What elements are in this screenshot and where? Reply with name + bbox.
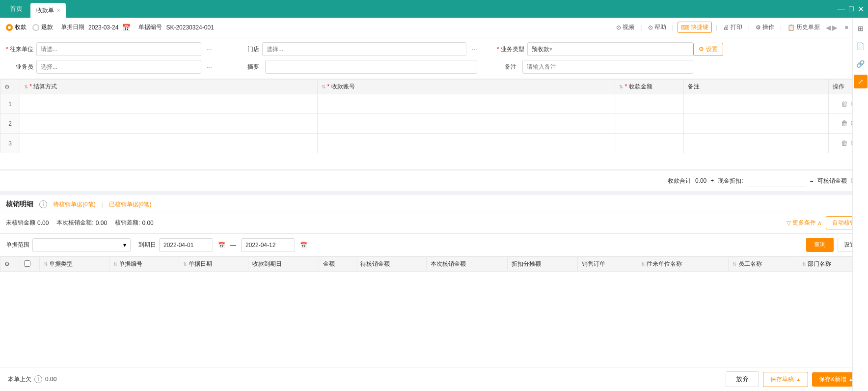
remark-cell-3[interactable] [684,134,829,153]
tab-divider: | [102,201,103,208]
row-num-1: 1 [0,94,20,114]
discard-button[interactable]: 放弃 [726,371,759,387]
refund-option[interactable]: 退款 [32,23,53,31]
settlement-cell-1[interactable] [20,94,318,114]
done-tab[interactable]: 已核销单据(0笔) [109,200,152,209]
sort-icon-account[interactable]: ⇅ [322,84,326,89]
form-row-1: 往来单位 ··· 门店 ··· 业务类型 预收款 ▾ ⚙ 设置 [6,42,862,56]
info-icon-footer[interactable]: i [34,375,42,383]
footer-left: 本单上欠 i 0.00 [8,375,56,384]
history-btn[interactable]: 📋 历史单据 [786,22,822,32]
more-conditions-btn[interactable]: ▽ 更多条件 ∧ [787,219,822,227]
sort-icon-settlement[interactable]: ⇅ [24,84,28,89]
receipt-type-group: 收款 退款 [6,23,53,31]
counterpart-more-icon[interactable]: ··· [206,45,212,53]
writeoff-header: 核销明细 i 待核销单据(0笔) | 已核销单据(0笔) [0,195,868,212]
due-date-field: 到期日 📅 — 📅 [138,238,307,252]
remark-input[interactable] [522,60,693,74]
carry-over-label: 本单上欠 [8,375,31,384]
sort-type-icon[interactable]: ⇅ [44,261,48,267]
amount-cell-1[interactable] [615,94,684,114]
shortcut-btn[interactable]: ⌨ 快捷键 [678,22,712,33]
sales-order-col-header: 销售订单 [578,257,637,272]
table-row: 2 🗑 ⧉ [0,114,868,134]
tab-active[interactable]: 收款单 × [30,3,66,18]
counterpart-label: 往来单位 [6,45,33,54]
operation-btn[interactable]: ⚙ 操作 [754,22,776,32]
amount-cell-2[interactable] [615,114,684,134]
list-view-icon[interactable]: ≡ [841,23,851,32]
diff-label: 核销差额: [115,219,140,227]
table-row: 1 🗑 ⧉ [0,94,868,114]
settlement-cell-3[interactable] [20,134,318,153]
sort-number-icon[interactable]: ⇅ [113,261,117,267]
history-icon: 📋 [787,24,795,31]
save-draft-button[interactable]: 保存草稿 ▲ [763,372,808,387]
sort-counterpart-icon[interactable]: ⇅ [641,261,645,267]
sort-icon-amount[interactable]: ⇅ [619,84,623,89]
current-label: 本次核销金额: [56,219,93,227]
counterpart-input[interactable] [36,42,201,56]
summary-label: 摘要 [232,63,259,71]
maximize-button[interactable]: □ [849,4,854,13]
delete-icon-1[interactable]: 🗑 [841,100,848,108]
business-type-select[interactable]: 预收款 ▾ [527,42,693,56]
table-footer: 收款合计 0.00 + 现金折扣: = 可核销金额 0.00 [0,170,868,191]
refund-label: 退款 [41,23,53,31]
info-icon[interactable]: i [39,200,47,208]
range-select[interactable]: ▾ [32,238,131,252]
sidebar-table-icon[interactable]: ⊞ [854,22,868,35]
date-to-input[interactable] [241,238,295,252]
help-btn[interactable]: ⊙ 帮助 [646,22,668,32]
writeoff-actions: ▽ 更多条件 ∧ 自动核销 [787,216,862,229]
sort-dept-icon[interactable]: ⇅ [802,261,806,267]
calendar-from-icon[interactable]: 📅 [218,242,225,249]
prev-arrow[interactable]: ◀ [826,24,831,31]
amount-cell-3[interactable] [615,134,684,153]
staff-more-icon[interactable]: ··· [206,63,212,71]
delete-icon-3[interactable]: 🗑 [841,139,848,147]
account-cell-1[interactable] [318,94,615,114]
table-settings-icon[interactable]: ⚙ [4,84,10,90]
pending-tab[interactable]: 待核销单据(0笔) [53,200,96,209]
doc-num-value: SK-20230324-001 [166,24,214,31]
query-button[interactable]: 查询 [806,238,834,252]
account-cell-3[interactable] [318,134,615,153]
minimize-button[interactable]: — [837,4,845,13]
account-cell-2[interactable] [318,114,615,134]
type-col-header: ⇅ 单据类型 [40,257,109,272]
row-num-2: 2 [0,114,20,134]
table2-settings-icon[interactable]: ⚙ [4,261,10,268]
store-more-icon[interactable]: ··· [471,45,477,53]
settings-button[interactable]: ⚙ 设置 [693,43,723,56]
remark-cell-1[interactable] [684,94,829,114]
delete-icon-2[interactable]: 🗑 [841,119,848,128]
settlement-cell-2[interactable] [20,114,318,134]
receipt-option[interactable]: 收款 [6,23,27,31]
print-btn[interactable]: 🖨 打印 [721,22,744,32]
calendar-icon[interactable]: 📅 [122,24,131,31]
operation-icon: ⚙ [756,24,761,31]
sidebar-doc-icon[interactable]: 📄 [854,39,868,53]
video-btn[interactable]: ⊙ 视频 [614,22,636,32]
sort-date-icon[interactable]: ⇅ [183,261,187,267]
close-button[interactable]: ✕ [858,4,864,14]
sidebar-expand-icon[interactable]: ⤢ [854,75,868,88]
sidebar-link-icon[interactable]: 🔗 [854,57,868,71]
range-field: 单据范围 ▾ [6,238,131,252]
calendar-to-icon[interactable]: 📅 [300,242,307,249]
help-icon: ⊙ [648,24,653,31]
remark-cell-2[interactable] [684,114,829,134]
settings-col-header: ⚙ [0,80,20,94]
select-all-checkbox[interactable] [24,260,30,267]
summary-input[interactable] [265,60,477,74]
sort-staff-icon[interactable]: ⇅ [732,261,736,267]
tab-home[interactable]: 首页 [4,0,28,18]
store-input[interactable] [262,42,466,56]
next-arrow[interactable]: ▶ [832,24,838,31]
amount-col-header: ⇅ 收款金额 [615,80,684,94]
discount-input[interactable] [747,174,806,187]
date-from-input[interactable] [159,238,213,252]
staff-input[interactable] [36,60,201,74]
tab-close-icon[interactable]: × [57,3,60,18]
